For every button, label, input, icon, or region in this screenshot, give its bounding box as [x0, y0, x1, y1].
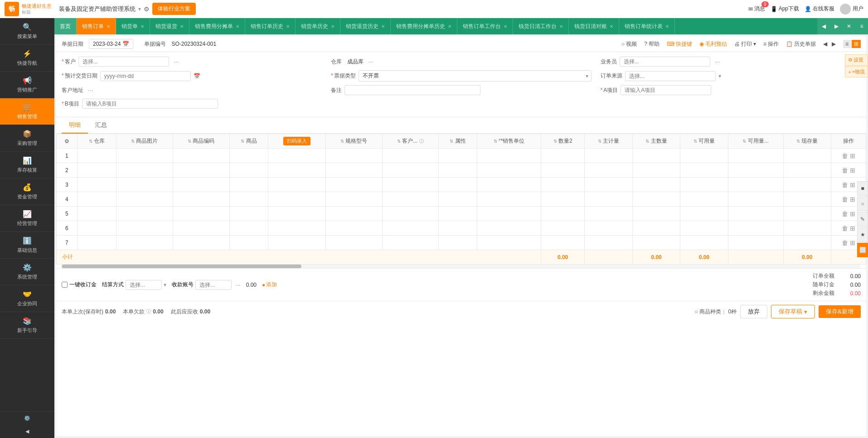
row-5-available[interactable] [680, 207, 728, 221]
tab-close-invoice-history[interactable]: ✕ [331, 24, 335, 29]
row-5-image[interactable] [116, 207, 173, 221]
row-3-sales-unit[interactable] [477, 178, 541, 192]
sidebar-item-inventory[interactable]: 📊 库存核算 [0, 152, 54, 178]
grid-view-btn[interactable]: ⊞ [852, 40, 861, 48]
row-1-available2[interactable] [728, 149, 783, 163]
tab-sales-invoice[interactable]: 销货单 ✕ [116, 18, 150, 34]
sidebar-item-system[interactable]: ⚙️ 系统管理 [0, 259, 54, 285]
row-3-spec[interactable] [325, 178, 382, 192]
row-1-spec[interactable] [325, 149, 382, 163]
tab-sales-order-history[interactable]: 销售订单历史 ✕ [245, 18, 296, 34]
tab-close-reconciliation[interactable]: ✕ [610, 24, 613, 29]
row-1-main-qty[interactable] [632, 149, 680, 163]
tab-sales-order[interactable]: 销售订单 ✕ [77, 18, 116, 34]
row-7-code[interactable] [173, 236, 229, 250]
row-5-available2[interactable] [728, 207, 783, 221]
row-5-customer-code[interactable] [382, 207, 438, 221]
row-4-product[interactable] [229, 192, 268, 207]
row-4-main-unit[interactable] [585, 192, 632, 207]
settle-method-dropdown[interactable]: ▾ [164, 282, 166, 288]
row-6-qty2[interactable] [541, 221, 585, 236]
row-6-copy-btn[interactable]: ⊞ [850, 225, 855, 232]
tab-close-order-workbench[interactable]: ✕ [504, 24, 507, 29]
profit-btn[interactable]: ◉ 毛利预估 [698, 39, 729, 49]
tab-summary[interactable]: 汇总 [88, 117, 114, 134]
row-2-scan[interactable] [268, 163, 325, 178]
operation-btn[interactable]: ≡ 操作 [761, 39, 781, 49]
sidebar-item-guide[interactable]: 📚 新手引导 [0, 312, 54, 339]
tab-home[interactable]: 首页 [54, 18, 77, 34]
row-4-main-qty[interactable] [632, 192, 680, 207]
salesperson-input[interactable] [620, 57, 710, 67]
row-4-copy-btn[interactable]: ⊞ [850, 196, 855, 203]
row-6-available2[interactable] [728, 221, 783, 236]
save-new-btn[interactable]: 保存&新增 [819, 305, 861, 318]
date-field[interactable]: 2023-03-24 📅 [89, 39, 133, 49]
quick-settle-checkbox[interactable]: 一键收订金 [62, 281, 97, 289]
row-1-attribute[interactable] [438, 149, 477, 163]
tab-close-all-btn[interactable]: ✕ [843, 18, 855, 34]
row-6-main-unit[interactable] [585, 221, 632, 236]
row-4-stock[interactable] [783, 192, 831, 207]
order-source-input[interactable] [625, 71, 716, 81]
sidebar-item-search[interactable]: 🔍 搜索菜单 [0, 18, 54, 45]
tab-prev-btn[interactable]: ◀ [817, 18, 830, 34]
nav-right-btn[interactable]: ▶ [830, 40, 838, 48]
row-2-copy-btn[interactable]: ⊞ [850, 167, 855, 174]
row-5-delete-btn[interactable]: 🗑 [842, 210, 848, 217]
row-7-qty2[interactable] [541, 236, 585, 250]
row-5-copy-btn[interactable]: ⊞ [850, 210, 855, 217]
help-btn[interactable]: ? 帮助 [642, 39, 661, 49]
row-3-product[interactable] [229, 178, 268, 192]
print-btn[interactable]: 🖨 打印 ▾ [732, 39, 758, 49]
row-7-available[interactable] [680, 236, 728, 250]
row-5-main-unit[interactable] [585, 207, 632, 221]
row-1-sales-unit[interactable] [477, 149, 541, 163]
row-6-product[interactable] [229, 221, 268, 236]
delivery-input[interactable] [100, 71, 191, 81]
row-6-scan[interactable] [268, 221, 325, 236]
online-service-btn[interactable]: 👤 在线客服 [805, 5, 834, 13]
float-btn-3[interactable]: ✎ [857, 212, 868, 226]
invoice-select[interactable]: 不开票 ▾ [359, 70, 592, 82]
save-draft-dropdown-icon[interactable]: ▾ [804, 308, 807, 315]
remark-input[interactable] [344, 85, 480, 95]
row-6-delete-btn[interactable]: 🗑 [842, 225, 848, 232]
solution-btn[interactable]: 体验行业方案 [152, 3, 196, 15]
sidebar-item-finance[interactable]: 💰 资金管理 [0, 178, 54, 205]
row-7-main-unit[interactable] [585, 236, 632, 250]
user-area[interactable]: 用户 [840, 4, 863, 14]
tab-close-sales-expense[interactable]: ✕ [236, 24, 239, 29]
delivery-calendar-icon[interactable]: 📅 [194, 73, 200, 79]
row-4-warehouse[interactable] [77, 192, 116, 207]
row-5-attribute[interactable] [438, 207, 477, 221]
tab-close-order-history[interactable]: ✕ [286, 24, 290, 29]
tab-expense-history[interactable]: 销售费用分摊单历史 ✕ [391, 18, 457, 34]
row-2-attribute[interactable] [438, 163, 477, 178]
tab-detail[interactable]: 明细 [62, 117, 88, 134]
row-4-customer-code[interactable] [382, 192, 438, 207]
row-1-scan[interactable] [268, 149, 325, 163]
history-btn[interactable]: 📋 历史单据 [784, 39, 818, 49]
settings-icon[interactable]: ⚙ [144, 5, 150, 13]
tab-reconciliation[interactable]: 钱货日清对账 ✕ [569, 18, 619, 34]
row-3-attribute[interactable] [438, 178, 477, 192]
row-4-available[interactable] [680, 192, 728, 207]
row-3-copy-btn[interactable]: ⊞ [850, 181, 855, 188]
row-6-customer-code[interactable] [382, 221, 438, 236]
row-3-image[interactable] [116, 178, 173, 192]
account-input[interactable] [195, 280, 232, 290]
row-1-product[interactable] [229, 149, 268, 163]
add-account-btn[interactable]: ● 添加 [262, 281, 277, 289]
settle-method-input[interactable] [126, 280, 162, 290]
float-btn-5[interactable]: ⬜ [857, 243, 868, 257]
row-3-main-unit[interactable] [585, 178, 632, 192]
row-4-qty2[interactable] [541, 192, 585, 207]
row-6-available[interactable] [680, 221, 728, 236]
row-3-warehouse[interactable] [77, 178, 116, 192]
row-2-image[interactable] [116, 163, 173, 178]
row-7-sales-unit[interactable] [477, 236, 541, 250]
warehouse-more-btn[interactable]: ··· [366, 58, 375, 65]
row-6-sales-unit[interactable] [477, 221, 541, 236]
row-1-qty2[interactable] [541, 149, 585, 163]
